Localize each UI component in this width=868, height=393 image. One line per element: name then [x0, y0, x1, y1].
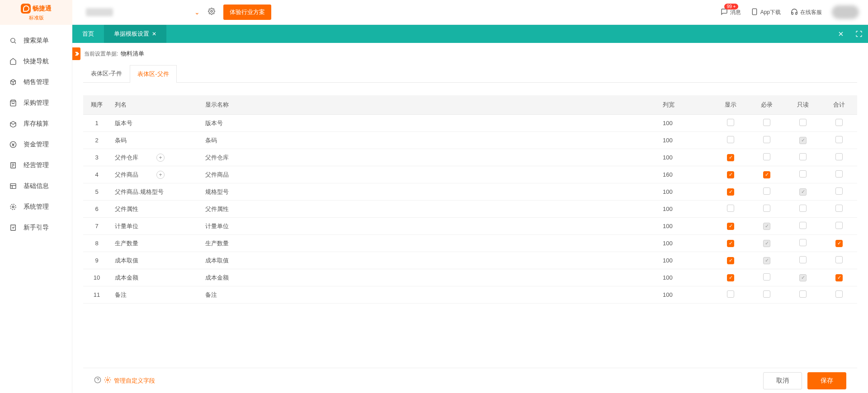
checkbox[interactable] — [727, 290, 734, 298]
checkbox[interactable] — [763, 136, 770, 143]
cell-display[interactable]: 父件仓库 — [201, 149, 658, 166]
table-row[interactable]: 7计量单位计量单位100 — [83, 218, 857, 235]
sidebar-item-report[interactable]: 经营管理 — [0, 155, 72, 176]
cell-width[interactable]: 100 — [658, 132, 712, 149]
table-row[interactable]: 11备注备注100 — [83, 286, 857, 304]
subtab-child[interactable]: 表体区-子件 — [83, 65, 130, 82]
table-row[interactable]: 10成本金额成本金额100 — [83, 269, 857, 286]
sidebar-item-buy[interactable]: 采购管理 — [0, 93, 72, 113]
checkbox[interactable] — [799, 290, 807, 298]
checkbox[interactable] — [835, 240, 843, 247]
customer-service-link[interactable]: 在线客服 — [791, 8, 822, 17]
cell-display[interactable]: 父件属性 — [201, 201, 658, 218]
cell-display[interactable]: 备注 — [201, 286, 658, 304]
cell-width[interactable]: 100 — [658, 201, 712, 218]
checkbox[interactable] — [835, 290, 843, 298]
tab-home[interactable]: 首页 — [72, 25, 104, 43]
app-download-link[interactable]: App下载 — [751, 8, 781, 17]
cell-display[interactable]: 计量单位 — [201, 218, 658, 235]
table-row[interactable]: 4父件商品+父件商品160 — [83, 166, 857, 183]
checkbox[interactable] — [763, 290, 770, 298]
sidebar-item-money[interactable]: 资金管理 — [0, 134, 72, 155]
checkbox[interactable] — [835, 136, 843, 143]
sidebar-item-sys[interactable]: 系统管理 — [0, 196, 72, 217]
checkbox[interactable] — [727, 223, 734, 230]
user-avatar[interactable] — [832, 5, 859, 19]
subtab-parent[interactable]: 表体区-父件 — [130, 65, 176, 83]
fullscreen-button[interactable] — [850, 25, 868, 43]
checkbox[interactable] — [835, 170, 843, 178]
save-button[interactable]: 保存 — [807, 372, 846, 389]
cell-width[interactable]: 100 — [658, 286, 712, 304]
messages-link[interactable]: 消息 99 + — [721, 8, 741, 17]
checkbox[interactable] — [727, 240, 734, 247]
settings-gear-icon[interactable] — [208, 8, 215, 17]
checkbox[interactable] — [835, 222, 843, 229]
cell-width[interactable]: 100 — [658, 269, 712, 286]
sidebar-item-home[interactable]: 快捷导航 — [0, 51, 72, 72]
promo-button[interactable]: 体验行业方案 — [223, 5, 271, 20]
checkbox[interactable] — [763, 153, 770, 160]
cell-display[interactable]: 规格型号 — [201, 183, 658, 201]
checkbox[interactable] — [799, 119, 807, 126]
checkbox[interactable] — [727, 171, 734, 178]
table-row[interactable]: 2条码条码100 — [83, 132, 857, 149]
checkbox[interactable] — [799, 205, 807, 212]
cell-width[interactable]: 100 — [658, 183, 712, 201]
brand-logo[interactable]: 畅捷通 标准版 — [0, 0, 72, 25]
checkbox[interactable] — [763, 273, 770, 281]
checkbox[interactable] — [727, 119, 734, 126]
table-row[interactable]: 3父件仓库+父件仓库100 — [83, 149, 857, 166]
sidebar-item-base[interactable]: 基础信息 — [0, 176, 72, 196]
checkbox[interactable] — [727, 205, 734, 212]
table-row[interactable]: 6父件属性父件属性100 — [83, 201, 857, 218]
table-row[interactable]: 1版本号版本号100 — [83, 115, 857, 132]
checkbox[interactable] — [763, 119, 770, 126]
sidebar-item-search[interactable]: 搜索菜单 — [0, 30, 72, 51]
cell-width[interactable]: 100 — [658, 115, 712, 132]
expand-panel-button[interactable] — [72, 47, 80, 60]
cell-width[interactable]: 160 — [658, 166, 712, 183]
checkbox[interactable] — [799, 239, 807, 246]
help-icon[interactable] — [94, 376, 101, 385]
checkbox[interactable] — [799, 170, 807, 178]
cell-display[interactable]: 成本取值 — [201, 252, 658, 269]
cell-width[interactable]: 100 — [658, 252, 712, 269]
cell-width[interactable]: 100 — [658, 235, 712, 252]
sidebar-item-stock[interactable]: 库存核算 — [0, 113, 72, 134]
sidebar-item-sale[interactable]: 销售管理 — [0, 72, 72, 93]
checkbox[interactable] — [727, 274, 734, 281]
checkbox[interactable] — [727, 188, 734, 196]
cell-display[interactable]: 生产数量 — [201, 235, 658, 252]
add-column-button[interactable]: + — [156, 154, 165, 162]
tab-close-all-button[interactable] — [832, 25, 850, 43]
checkbox[interactable] — [763, 205, 770, 212]
checkbox[interactable] — [727, 154, 734, 161]
cell-display[interactable]: 版本号 — [201, 115, 658, 132]
cell-width[interactable]: 100 — [658, 149, 712, 166]
add-column-button[interactable]: + — [156, 171, 165, 179]
checkbox[interactable] — [799, 222, 807, 229]
checkbox[interactable] — [835, 153, 843, 160]
table-row[interactable]: 5父件商品.规格型号规格型号100 — [83, 183, 857, 201]
checkbox[interactable] — [835, 256, 843, 263]
sidebar-item-guide[interactable]: 新手引导 — [0, 217, 72, 238]
table-row[interactable]: 9成本取值成本取值100 — [83, 252, 857, 269]
checkbox[interactable] — [835, 205, 843, 212]
cancel-button[interactable]: 取消 — [763, 372, 802, 389]
manage-custom-fields-link[interactable]: 管理自定义字段 — [114, 377, 155, 385]
org-selector[interactable]: ⌄ — [86, 8, 200, 16]
checkbox[interactable] — [799, 153, 807, 160]
checkbox[interactable] — [727, 136, 734, 143]
table-row[interactable]: 8生产数量生产数量100 — [83, 235, 857, 252]
tab-template-settings[interactable]: 单据模板设置 ✕ — [104, 25, 166, 43]
close-icon[interactable]: ✕ — [152, 31, 156, 37]
cell-display[interactable]: 条码 — [201, 132, 658, 149]
cell-display[interactable]: 父件商品 — [201, 166, 658, 183]
checkbox[interactable] — [799, 256, 807, 263]
cell-width[interactable]: 100 — [658, 218, 712, 235]
checkbox[interactable] — [763, 187, 770, 195]
checkbox[interactable] — [727, 257, 734, 264]
checkbox[interactable] — [763, 171, 770, 178]
checkbox[interactable] — [835, 274, 843, 281]
